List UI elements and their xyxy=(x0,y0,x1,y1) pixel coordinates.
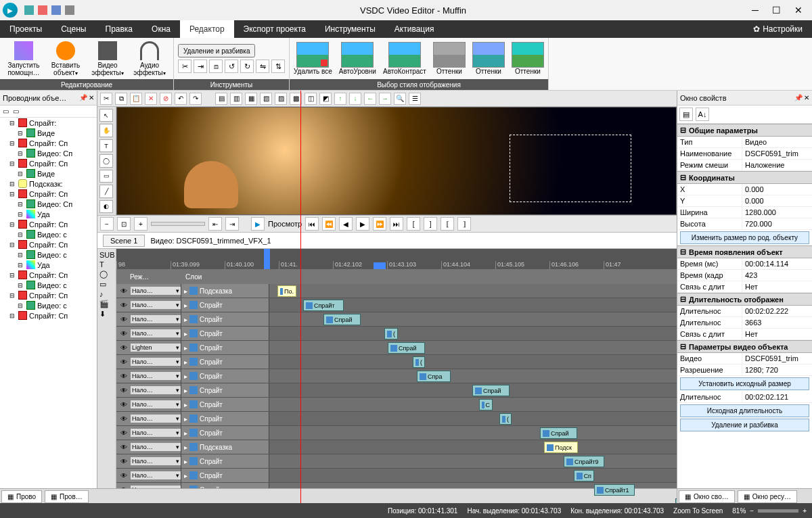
align-icon[interactable]: ◫ xyxy=(304,93,317,105)
zoom-fit-icon[interactable]: ⊡ xyxy=(117,217,131,231)
visibility-icon[interactable]: 👁 xyxy=(119,415,129,423)
blend-mode-select[interactable]: Нало… xyxy=(131,358,181,366)
menu-scenes[interactable]: Сцены xyxy=(51,20,95,38)
marker-icon[interactable]: ⟦ xyxy=(441,217,454,231)
tool-icon[interactable]: ▭ xyxy=(3,108,9,115)
arrow-up-icon[interactable]: ↑ xyxy=(334,93,346,105)
expand-icon[interactable]: ▸ xyxy=(184,287,187,295)
categorize-icon[interactable]: ▤ xyxy=(679,108,693,121)
track-area[interactable]: ( xyxy=(269,412,677,425)
object-tree[interactable]: ⊟Спрайт:⊟Виде⊟Спрайт: Сп⊟Видео: Сп⊟Спрай… xyxy=(0,118,97,503)
track-area[interactable]: ( xyxy=(269,355,677,369)
timeline-clip[interactable]: Подск xyxy=(544,442,578,453)
align-icon[interactable]: ▦ xyxy=(245,93,257,105)
timeline-ruler[interactable]: 9801:39.09901:40.10001:41.01:42.10201:43… xyxy=(116,249,677,269)
tool-icon[interactable]: ♪ xyxy=(99,290,114,298)
flip-h-icon[interactable]: ⇋ xyxy=(256,60,269,73)
tree-node[interactable]: ⊟Спрайт: xyxy=(0,118,97,128)
line-icon[interactable]: ╱ xyxy=(99,185,113,197)
qa-btn[interactable] xyxy=(38,5,47,15)
timeline-clip[interactable]: Спрайт9 xyxy=(564,456,604,467)
prop-group[interactable]: ⊟Координаты xyxy=(677,171,812,184)
tree-node[interactable]: ⊟Подсказк: xyxy=(0,179,97,189)
visibility-icon[interactable]: 👁 xyxy=(119,358,129,366)
expand-icon[interactable]: ▸ xyxy=(184,302,187,309)
prop-group[interactable]: ⊟Время появления объект xyxy=(677,245,812,258)
expand-icon[interactable]: ▸ xyxy=(184,458,187,465)
close-button[interactable]: ✕ xyxy=(794,5,803,16)
resize-parent-button[interactable]: Изменить размер по род. объекту xyxy=(680,231,809,244)
zoom-out-icon[interactable]: − xyxy=(750,507,754,515)
prop-group[interactable]: ⊟Длительность отображен xyxy=(677,293,812,306)
expand-icon[interactable]: ⊟ xyxy=(16,231,24,238)
expand-icon[interactable]: ▸ xyxy=(184,358,187,366)
tree-node[interactable]: ⊟Уда xyxy=(0,209,97,219)
timeline-clip[interactable]: Спрай xyxy=(388,342,425,354)
paste-icon[interactable]: 📋 xyxy=(130,93,142,105)
tones-button[interactable]: Оттенки xyxy=(433,42,466,75)
blend-mode-select[interactable]: Нало… xyxy=(131,386,181,394)
expand-icon[interactable]: ⊟ xyxy=(8,120,16,126)
video-effects-button[interactable]: Видео эффекты xyxy=(88,41,127,76)
blend-mode-select[interactable]: Нало… xyxy=(131,457,181,465)
insert-object-button[interactable]: Вставить объект xyxy=(46,41,85,76)
visibility-icon[interactable]: 👁 xyxy=(119,287,129,295)
expand-icon[interactable]: ⊟ xyxy=(16,150,24,157)
flip-v-icon[interactable]: ⇅ xyxy=(271,60,285,73)
expand-icon[interactable]: ⊟ xyxy=(8,181,16,187)
delete-all-button[interactable]: Удалить все xyxy=(294,42,332,75)
expand-icon[interactable]: ⊟ xyxy=(16,211,24,218)
visibility-icon[interactable]: 👁 xyxy=(119,373,129,380)
zoom-icon[interactable]: 🔍 xyxy=(394,93,406,105)
blend-mode-select[interactable]: Нало… xyxy=(131,471,181,479)
maximize-button[interactable]: ☐ xyxy=(772,5,781,16)
align-icon[interactable]: ▧ xyxy=(260,93,272,105)
expand-icon[interactable]: ▸ xyxy=(184,330,187,337)
tree-node[interactable]: ⊟Видео: с xyxy=(0,280,97,290)
timeline-clip[interactable]: ( xyxy=(384,328,398,339)
blend-mode-select[interactable]: Нало… xyxy=(131,429,181,437)
track-area[interactable]: Спрай xyxy=(269,341,677,354)
preview-canvas[interactable] xyxy=(116,107,677,215)
marker-icon[interactable] xyxy=(379,262,386,269)
track-area[interactable]: Сп xyxy=(269,469,677,482)
play-icon[interactable]: ▶ xyxy=(251,217,265,231)
tree-node[interactable]: ⊟Виде xyxy=(0,168,97,179)
expand-icon[interactable]: ▸ xyxy=(184,344,187,352)
prop-group[interactable]: ⊟Параметры видео объекта xyxy=(677,340,812,353)
zoom-mode[interactable]: Zoom To Screen xyxy=(673,507,723,515)
track-area[interactable]: Спрайт xyxy=(269,298,677,312)
expand-icon[interactable]: ▸ xyxy=(184,387,187,394)
zoom-slider[interactable] xyxy=(758,509,798,513)
fit-icon[interactable]: ⇤ xyxy=(208,217,222,231)
sub-icon[interactable]: SUB xyxy=(99,251,114,259)
timeline-clip[interactable]: С xyxy=(479,399,493,410)
redo-icon[interactable]: ↷ xyxy=(189,93,202,105)
visibility-icon[interactable]: 👁 xyxy=(119,444,129,451)
ffwd-icon[interactable]: ⏩ xyxy=(373,217,386,231)
timeline-clip[interactable]: Спра xyxy=(417,371,451,382)
menu-projects[interactable]: Проекты xyxy=(0,20,51,38)
track-area[interactable]: Спрай xyxy=(269,383,677,397)
tree-node[interactable]: ⊟Уда xyxy=(0,260,97,270)
track-area[interactable]: По. xyxy=(269,284,677,298)
close-icon[interactable]: ✕ xyxy=(89,94,94,101)
set-orig-size-button[interactable]: Установить исходный размер xyxy=(680,377,809,390)
expand-icon[interactable]: ⊟ xyxy=(8,272,16,279)
timeline-clip[interactable]: ( xyxy=(499,413,512,425)
tree-node[interactable]: ⊟Спрайт: Сп xyxy=(0,310,97,321)
expand-icon[interactable]: ⊟ xyxy=(16,170,24,177)
qa-btn[interactable] xyxy=(65,5,74,15)
blend-mode-select[interactable]: Нало… xyxy=(131,372,181,380)
track-area[interactable]: Спрай xyxy=(269,312,677,326)
qa-btn[interactable] xyxy=(51,5,61,15)
visibility-icon[interactable]: 👁 xyxy=(119,429,129,437)
expand-icon[interactable]: ▸ xyxy=(184,472,187,479)
track-area[interactable]: Подск xyxy=(269,440,677,454)
selection-box[interactable] xyxy=(510,135,631,202)
step-back-icon[interactable]: ◀ xyxy=(339,217,353,231)
align-icon[interactable]: ◩ xyxy=(319,93,332,105)
zoom-out-icon[interactable]: − xyxy=(100,217,114,231)
snap-icon[interactable]: ☰ xyxy=(409,93,421,105)
expand-icon[interactable]: ▸ xyxy=(184,444,187,451)
